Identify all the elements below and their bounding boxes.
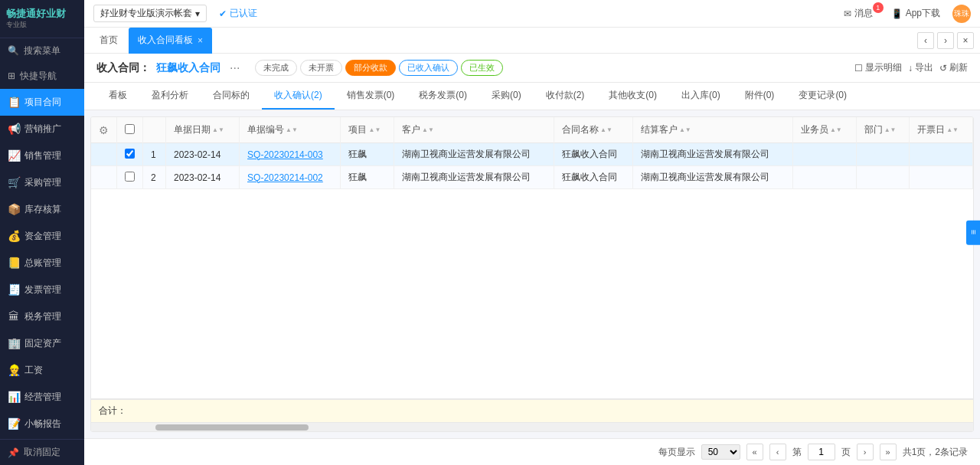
certified-badge: ✔ 已认证 bbox=[219, 7, 257, 20]
row-checkbox-2[interactable] bbox=[125, 172, 135, 182]
sidebar-item-marketing[interactable]: 📢 营销推广 bbox=[0, 116, 84, 142]
prev-page-button[interactable]: ‹ bbox=[769, 444, 786, 460]
sort-department-icon[interactable]: ▲▼ bbox=[884, 127, 897, 133]
col-date-header[interactable]: 单据日期 ▲▼ bbox=[166, 117, 240, 143]
row-checkbox-1[interactable] bbox=[125, 149, 135, 159]
sidebar-item-project[interactable]: 📋 项目合同 bbox=[0, 89, 84, 116]
sidebar-item-ops[interactable]: 📊 经营管理 bbox=[0, 384, 84, 411]
status-partial[interactable]: 部分收款 bbox=[345, 60, 396, 76]
doc-link-2[interactable]: SQ-20230214-002 bbox=[247, 172, 323, 183]
ops-icon: 📊 bbox=[8, 391, 20, 403]
sidebar-item-label: 总账管理 bbox=[24, 257, 61, 270]
topbar-right: ✉ 1 消息 📱 App下载 珠珠 bbox=[844, 5, 971, 23]
sort-final-customer-icon[interactable]: ▲▼ bbox=[679, 127, 691, 133]
tab-tax-invoice[interactable]: 税务发票(0) bbox=[407, 83, 479, 110]
col-department-header[interactable]: 部门 ▲▼ bbox=[856, 117, 910, 143]
first-page-button[interactable]: « bbox=[746, 444, 763, 460]
table-row[interactable]: 1 2023-02-14 SQ-20230214-003 狂飙 湖南卫视商业运营… bbox=[91, 143, 973, 166]
show-detail-button[interactable]: ☐ 显示明细 bbox=[854, 61, 902, 74]
app-download-button[interactable]: 📱 App下载 bbox=[891, 7, 940, 20]
tab-next-button[interactable]: › bbox=[937, 32, 954, 49]
col-docno-header[interactable]: 单据编号 ▲▼ bbox=[240, 117, 341, 143]
search-icon: 🔍 bbox=[8, 45, 19, 56]
cell-docno-2[interactable]: SQ-20230214-002 bbox=[240, 166, 341, 189]
tab-warehouse[interactable]: 出入库(0) bbox=[669, 83, 733, 110]
col-opendate-header[interactable]: 开票日 ▲▼ bbox=[910, 117, 973, 143]
sidebar-item-labor[interactable]: 👷 工资 bbox=[0, 357, 84, 384]
scroll-thumb[interactable] bbox=[155, 424, 309, 431]
tab-kanban[interactable]: 看板 bbox=[96, 83, 139, 110]
tab-close-all-button[interactable]: × bbox=[957, 32, 974, 49]
table-row[interactable]: 2 2023-02-14 SQ-20230214-002 狂飙 湖南卫视商业运营… bbox=[91, 166, 973, 189]
sidebar-item-sales[interactable]: 📈 销售管理 bbox=[0, 142, 84, 169]
sidebar-item-fixed[interactable]: 🏢 固定资产 bbox=[0, 330, 84, 357]
sort-opendate-icon[interactable]: ▲▼ bbox=[946, 127, 959, 133]
sidebar-quick-nav[interactable]: ⊞ 快捷导航 bbox=[0, 64, 84, 89]
sidebar-item-report[interactable]: 📝 小畅报告 bbox=[0, 411, 84, 437]
sort-salesperson-icon[interactable]: ▲▼ bbox=[830, 127, 842, 133]
tab-contract-subject[interactable]: 合同标的 bbox=[201, 83, 262, 110]
sidebar-item-tax[interactable]: 🏛 税务管理 bbox=[0, 303, 84, 330]
tab-contract-board[interactable]: 收入合同看板 × bbox=[129, 28, 212, 54]
cell-checkbox-1[interactable] bbox=[117, 143, 143, 166]
page-number-input[interactable] bbox=[808, 444, 835, 460]
tab-prev-button[interactable]: ‹ bbox=[917, 32, 934, 49]
user-profile[interactable]: 珠珠 bbox=[952, 5, 971, 23]
settings-icon[interactable]: ⚙ bbox=[99, 124, 109, 136]
tab-home[interactable]: 首页 bbox=[90, 28, 127, 54]
status-uninvoiced[interactable]: 未开票 bbox=[300, 60, 342, 76]
last-page-button[interactable]: » bbox=[880, 444, 897, 460]
company-selector[interactable]: 好业财专业版演示帐套 ▾ bbox=[93, 5, 207, 22]
col-project-header[interactable]: 项目 ▲▼ bbox=[341, 117, 394, 143]
col-contract-name-header[interactable]: 合同名称 ▲▼ bbox=[554, 117, 633, 143]
right-panel-button[interactable]: ≡ bbox=[966, 220, 980, 244]
sidebar-pin-toggle[interactable]: 📌 取消固定 bbox=[0, 440, 84, 465]
per-page-select[interactable]: 50 20 100 bbox=[701, 444, 740, 460]
export-button[interactable]: ↓ 导出 bbox=[908, 61, 933, 74]
fund-icon: 💰 bbox=[8, 230, 20, 242]
fixed-icon: 🏢 bbox=[8, 337, 20, 349]
tab-payment[interactable]: 收付款(2) bbox=[534, 83, 597, 110]
more-actions-button[interactable]: ··· bbox=[227, 61, 243, 75]
tab-profit[interactable]: 盈利分析 bbox=[139, 83, 201, 110]
cell-checkbox-2[interactable] bbox=[117, 166, 143, 189]
col-checkbox-header[interactable] bbox=[117, 117, 143, 143]
sort-date-icon[interactable]: ▲▼ bbox=[212, 127, 224, 133]
col-final-customer-header[interactable]: 结算客户 ▲▼ bbox=[632, 117, 792, 143]
next-page-button[interactable]: › bbox=[857, 444, 874, 460]
status-incomplete[interactable]: 未完成 bbox=[255, 60, 297, 76]
tab-change-log[interactable]: 变更记录(0) bbox=[786, 83, 859, 110]
refresh-button[interactable]: ↺ 刷新 bbox=[939, 61, 968, 74]
tab-close-button[interactable]: × bbox=[198, 35, 203, 46]
cell-salesperson-1 bbox=[792, 143, 856, 166]
tab-revenue-confirm[interactable]: 收入确认(2) bbox=[262, 83, 335, 110]
horizontal-scrollbar[interactable] bbox=[91, 422, 973, 431]
status-active[interactable]: 已生效 bbox=[461, 60, 503, 76]
message-button[interactable]: ✉ 1 消息 bbox=[844, 7, 879, 20]
cell-project-1: 狂飙 bbox=[341, 143, 394, 166]
col-salesperson-header[interactable]: 业务员 ▲▼ bbox=[792, 117, 856, 143]
sort-contract-icon[interactable]: ▲▼ bbox=[600, 127, 612, 133]
sidebar-item-invoice[interactable]: 🧾 发票管理 bbox=[0, 277, 84, 303]
col-customer-header[interactable]: 客户 ▲▼ bbox=[394, 117, 554, 143]
status-confirmed[interactable]: 已收入确认 bbox=[399, 60, 458, 76]
cell-docno-1[interactable]: SQ-20230214-003 bbox=[240, 143, 341, 166]
sort-project-icon[interactable]: ▲▼ bbox=[368, 127, 381, 133]
select-all-checkbox[interactable] bbox=[125, 124, 135, 134]
tab-attachment[interactable]: 附件(0) bbox=[733, 83, 787, 110]
doc-link-1[interactable]: SQ-20230214-003 bbox=[247, 149, 323, 160]
contract-name: 狂飙收入合同 bbox=[156, 61, 220, 75]
sidebar-item-fund[interactable]: 💰 资金管理 bbox=[0, 223, 84, 250]
sort-docno-icon[interactable]: ▲▼ bbox=[286, 127, 298, 133]
sort-customer-icon[interactable]: ▲▼ bbox=[422, 127, 434, 133]
tab-sales-invoice[interactable]: 销售发票(0) bbox=[335, 83, 407, 110]
sidebar-search[interactable]: 🔍 搜索菜单 bbox=[0, 38, 84, 64]
sidebar-item-general[interactable]: 📒 总账管理 bbox=[0, 250, 84, 277]
sidebar-item-inventory[interactable]: 📦 库存核算 bbox=[0, 196, 84, 223]
tab-other-income[interactable]: 其他收支(0) bbox=[596, 83, 669, 110]
col-settings[interactable]: ⚙ bbox=[91, 117, 117, 143]
sidebar-item-label: 采购管理 bbox=[24, 176, 61, 189]
tab-purchase[interactable]: 采购(0) bbox=[479, 83, 534, 110]
sidebar-item-purchase[interactable]: 🛒 采购管理 bbox=[0, 169, 84, 196]
cell-salesperson-2 bbox=[792, 166, 856, 189]
